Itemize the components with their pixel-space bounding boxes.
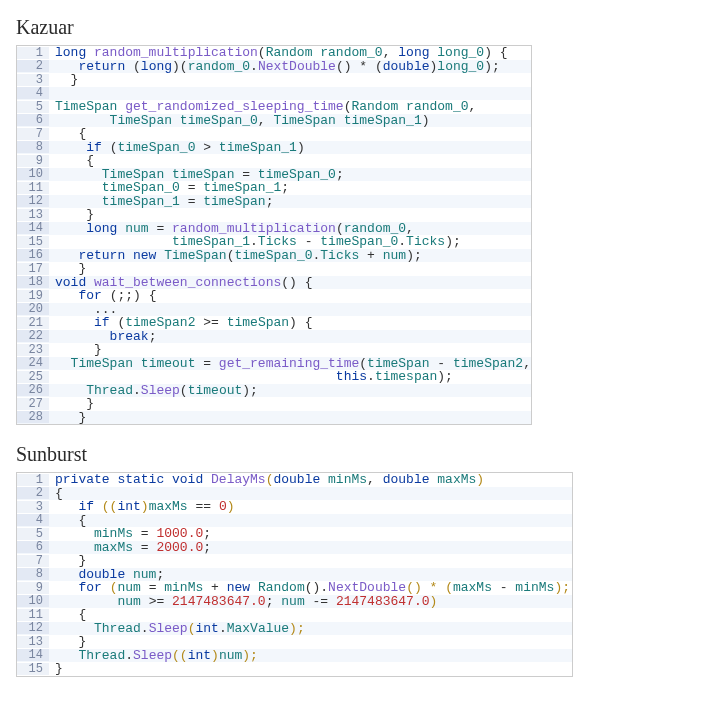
code-line: 8 if (timeSpan_0 > timeSpan_1) [17, 141, 531, 155]
code-content: long random_multiplication(Random random… [49, 46, 531, 59]
code-content: TimeSpan timeSpan_0, TimeSpan timeSpan_1… [49, 114, 531, 127]
code-content: } [49, 73, 531, 86]
code-line: 19 for (;;) { [17, 289, 531, 303]
code-content: if ((int)maxMs == 0) [49, 500, 572, 513]
line-number: 28 [17, 411, 49, 423]
line-number: 2 [17, 487, 49, 499]
line-number: 15 [17, 236, 49, 248]
code-content: } [49, 397, 531, 410]
code-line: 12 timeSpan_1 = timeSpan; [17, 195, 531, 209]
code-content: break; [49, 330, 531, 343]
line-number: 6 [17, 114, 49, 126]
code-line: 6 TimeSpan timeSpan_0, TimeSpan timeSpan… [17, 114, 531, 128]
code-line: 8 double num; [17, 568, 572, 582]
code-content: { [49, 154, 531, 167]
code-line: 23 } [17, 343, 531, 357]
line-number: 13 [17, 636, 49, 648]
line-number: 5 [17, 101, 49, 113]
code-content: } [49, 662, 572, 675]
line-number: 1 [17, 47, 49, 59]
code-content: { [49, 127, 531, 140]
line-number: 6 [17, 541, 49, 553]
line-number: 18 [17, 276, 49, 288]
code-line: 6 maxMs = 2000.0; [17, 541, 572, 555]
code-content: timeSpan_1 = timeSpan; [49, 195, 531, 208]
code-line: 26 Thread.Sleep(timeout); [17, 384, 531, 398]
code-content: this.timespan); [49, 370, 531, 383]
code-line: 2 return (long)(random_0.NextDouble() * … [17, 60, 531, 74]
code-section: Sunburst1private static void DelayMs(dou… [16, 443, 712, 677]
code-line: 25 this.timespan); [17, 370, 531, 384]
code-line: 9 { [17, 154, 531, 168]
line-number: 11 [17, 609, 49, 621]
code-line: 3 if ((int)maxMs == 0) [17, 500, 572, 514]
code-line: 13 } [17, 208, 531, 222]
code-line: 4 [17, 87, 531, 101]
code-content: return new TimeSpan(timeSpan_0.Ticks + n… [49, 249, 531, 262]
code-content: ... [49, 303, 531, 316]
code-content: double num; [49, 568, 572, 581]
line-number: 12 [17, 622, 49, 634]
line-number: 8 [17, 141, 49, 153]
code-content: } [49, 262, 531, 275]
line-number: 20 [17, 303, 49, 315]
line-number: 23 [17, 344, 49, 356]
line-number: 2 [17, 60, 49, 72]
line-number: 15 [17, 663, 49, 675]
code-line: 21 if (timeSpan2 >= timeSpan) { [17, 316, 531, 330]
code-content: timeSpan_1.Ticks - timeSpan_0.Ticks); [49, 235, 531, 248]
line-number: 10 [17, 168, 49, 180]
line-number: 9 [17, 582, 49, 594]
line-number: 1 [17, 474, 49, 486]
code-line: 3 } [17, 73, 531, 87]
code-content: } [49, 343, 531, 356]
code-line: 1long random_multiplication(Random rando… [17, 46, 531, 60]
code-line: 16 return new TimeSpan(timeSpan_0.Ticks … [17, 249, 531, 263]
line-number: 5 [17, 528, 49, 540]
code-content: TimeSpan timeout = get_remaining_time(ti… [49, 357, 531, 370]
code-content: } [49, 554, 572, 567]
line-number: 7 [17, 128, 49, 140]
line-number: 21 [17, 317, 49, 329]
line-number: 27 [17, 398, 49, 410]
code-line: 28 } [17, 411, 531, 425]
code-section: Kazuar1long random_multiplication(Random… [16, 16, 712, 425]
code-content: timeSpan_0 = timeSpan_1; [49, 181, 531, 194]
code-line: 7 { [17, 127, 531, 141]
code-content: minMs = 1000.0; [49, 527, 572, 540]
code-line: 11 { [17, 608, 572, 622]
code-content: Thread.Sleep(timeout); [49, 384, 531, 397]
code-line: 13 } [17, 635, 572, 649]
code-line: 5TimeSpan get_randomized_sleeping_time(R… [17, 100, 531, 114]
line-number: 8 [17, 568, 49, 580]
code-content: { [49, 487, 572, 500]
code-line: 18void wait_between_connections() { [17, 276, 531, 290]
code-line: 7 } [17, 554, 572, 568]
code-content: { [49, 608, 572, 621]
code-line: 14 long num = random_multiplication(rand… [17, 222, 531, 236]
code-content: for (num = minMs + new Random().NextDoub… [49, 581, 572, 594]
line-number: 25 [17, 371, 49, 383]
code-content: void wait_between_connections() { [49, 276, 531, 289]
code-line: 22 break; [17, 330, 531, 344]
code-line: 1private static void DelayMs(double minM… [17, 473, 572, 487]
code-box: 1long random_multiplication(Random rando… [16, 45, 532, 425]
code-content: num >= 2147483647.0; num -= 2147483647.0… [49, 595, 572, 608]
code-line: 12 Thread.Sleep(int.MaxValue); [17, 622, 572, 636]
code-content: private static void DelayMs(double minMs… [49, 473, 572, 486]
line-number: 11 [17, 182, 49, 194]
code-content: } [49, 411, 531, 424]
line-number: 10 [17, 595, 49, 607]
code-line: 24 TimeSpan timeout = get_remaining_time… [17, 357, 531, 371]
code-line: 10 TimeSpan timeSpan = timeSpan_0; [17, 168, 531, 182]
line-number: 24 [17, 357, 49, 369]
line-number: 14 [17, 649, 49, 661]
code-line: 9 for (num = minMs + new Random().NextDo… [17, 581, 572, 595]
code-content: Thread.Sleep((int)num); [49, 649, 572, 662]
line-number: 13 [17, 209, 49, 221]
code-content: } [49, 635, 572, 648]
line-number: 14 [17, 222, 49, 234]
code-content: if (timeSpan2 >= timeSpan) { [49, 316, 531, 329]
code-content: maxMs = 2000.0; [49, 541, 572, 554]
code-content: TimeSpan timeSpan = timeSpan_0; [49, 168, 531, 181]
